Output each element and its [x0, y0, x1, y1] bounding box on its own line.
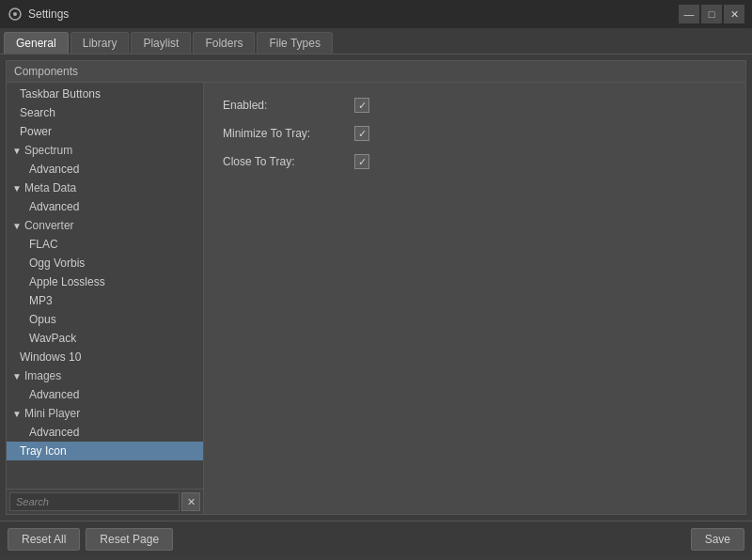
list-item[interactable]: Apple Lossless: [7, 272, 203, 291]
list-item[interactable]: ▼Spectrum: [7, 141, 203, 160]
list-item[interactable]: MP3: [7, 291, 203, 310]
list-item[interactable]: ▼Mini Player: [7, 404, 203, 423]
setting-row-enabled: Enabled:: [223, 98, 727, 113]
minimize-button[interactable]: —: [679, 5, 699, 23]
setting-row-minimize-to-tray: Minimize To Tray:: [223, 126, 727, 141]
setting-label-minimize-to-tray: Minimize To Tray:: [223, 127, 354, 140]
maximize-button[interactable]: □: [701, 5, 722, 23]
svg-point-1: [13, 12, 17, 16]
setting-label-close-to-tray: Close To Tray:: [223, 155, 354, 168]
list-item[interactable]: Advanced: [7, 197, 203, 216]
tab-playlist[interactable]: Playlist: [131, 32, 191, 54]
checkbox-close-to-tray[interactable]: [354, 154, 369, 169]
main-content: Components Taskbar Buttons Search Power …: [0, 54, 752, 521]
list-item[interactable]: Windows 10: [7, 348, 203, 366]
list-item[interactable]: Advanced: [7, 160, 203, 179]
checkbox-enabled[interactable]: [354, 98, 369, 113]
setting-label-enabled: Enabled:: [223, 99, 354, 112]
settings-content-area: Enabled: Minimize To Tray: Close To Tray…: [204, 83, 745, 514]
sidebar: Taskbar Buttons Search Power ▼Spectrum A…: [7, 83, 204, 514]
checkbox-minimize-to-tray[interactable]: [354, 126, 369, 141]
tab-general[interactable]: General: [4, 32, 69, 54]
bottom-left-buttons: Reset All Reset Page: [8, 528, 173, 551]
tab-bar: General Library Playlist Folders File Ty…: [0, 28, 752, 54]
sidebar-search-input[interactable]: [9, 492, 180, 511]
bottom-bar: Reset All Reset Page Save: [0, 521, 752, 556]
tab-library[interactable]: Library: [70, 32, 130, 54]
reset-all-button[interactable]: Reset All: [8, 528, 80, 551]
list-item[interactable]: Opus: [7, 310, 203, 329]
components-header: Components: [7, 61, 745, 83]
list-item[interactable]: WavPack: [7, 329, 203, 348]
list-item[interactable]: Ogg Vorbis: [7, 254, 203, 272]
list-item[interactable]: Search: [7, 103, 203, 122]
sidebar-search-bar: ✕: [7, 489, 203, 514]
sidebar-search-clear-button[interactable]: ✕: [181, 492, 200, 511]
list-item[interactable]: FLAC: [7, 235, 203, 254]
list-item[interactable]: ▼Converter: [7, 216, 203, 235]
tab-folders[interactable]: Folders: [193, 32, 255, 54]
list-item-tray-icon[interactable]: Tray Icon: [7, 442, 203, 460]
title-bar: Settings — □ ✕: [0, 0, 752, 28]
list-item[interactable]: Taskbar Buttons: [7, 85, 203, 103]
sidebar-list: Taskbar Buttons Search Power ▼Spectrum A…: [7, 83, 203, 489]
save-button[interactable]: Save: [691, 528, 744, 551]
list-item[interactable]: ▼Meta Data: [7, 179, 203, 197]
close-button[interactable]: ✕: [724, 5, 744, 23]
setting-row-close-to-tray: Close To Tray:: [223, 154, 727, 169]
list-item[interactable]: Power: [7, 122, 203, 141]
reset-page-button[interactable]: Reset Page: [86, 528, 173, 551]
window-title: Settings: [28, 8, 679, 21]
list-item[interactable]: ▼Images: [7, 366, 203, 385]
list-item[interactable]: Advanced: [7, 423, 203, 442]
window-controls: — □ ✕: [679, 5, 744, 23]
components-panel: Components Taskbar Buttons Search Power …: [6, 60, 746, 515]
app-icon: [8, 7, 23, 22]
tab-filetypes[interactable]: File Types: [257, 32, 332, 54]
components-body: Taskbar Buttons Search Power ▼Spectrum A…: [7, 83, 745, 514]
list-item[interactable]: Advanced: [7, 385, 203, 404]
